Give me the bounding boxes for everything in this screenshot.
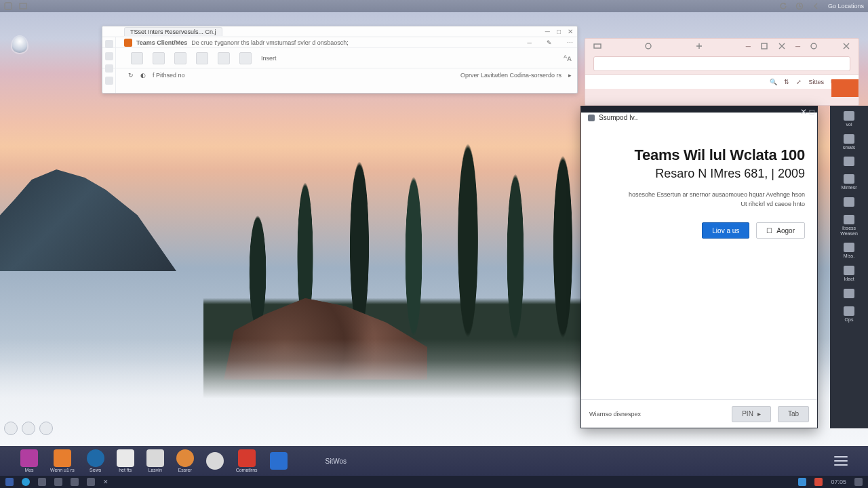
rside-label: Ibsess Weasen	[834, 226, 864, 236]
rside-item[interactable]: Mimesr	[834, 174, 864, 190]
editor-statusbar: ↻ ◐ f Pithsed no Oprver Lavitwtlen Codin…	[102, 68, 577, 82]
dialog-next-button[interactable]: Tab	[778, 406, 809, 422]
sys-clock: 07:05	[831, 479, 846, 485]
rail-icon[interactable]	[105, 64, 113, 73]
crumb-title: Teams Client/Mes	[136, 39, 187, 46]
pink-tool-icon[interactable]: 🔍	[770, 79, 777, 85]
rside-item[interactable]: smats	[834, 134, 864, 150]
close-icon[interactable]: ✕	[568, 28, 573, 35]
sys-icon[interactable]	[87, 478, 95, 486]
pink-tool-icon[interactable]: ⤢	[796, 79, 802, 85]
pink-min-icon[interactable]: ─	[795, 43, 800, 50]
rail-icon[interactable]	[105, 77, 113, 85]
tray-circle[interactable]	[39, 422, 53, 435]
toolbar-right-icon[interactable]: ᴬᴀ	[564, 54, 572, 63]
pink-icon[interactable]	[810, 42, 818, 50]
tool-button[interactable]	[218, 52, 230, 64]
rside-item[interactable]: Miss.	[834, 243, 864, 259]
crumb-edit-icon[interactable]: ✎	[547, 39, 552, 46]
crumb-min-icon[interactable]: ─	[528, 39, 532, 46]
sys-tray-icon[interactable]	[854, 478, 863, 486]
dock-app[interactable]: Lasvin	[146, 449, 164, 472]
sys-tray-icon[interactable]	[814, 478, 823, 486]
pink-icon[interactable]	[778, 42, 786, 50]
rside-icon	[844, 266, 854, 275]
sys-icon[interactable]	[71, 478, 79, 486]
tray-circle[interactable]	[22, 422, 35, 435]
rside-item[interactable]	[834, 289, 864, 300]
svg-rect-1	[20, 3, 26, 9]
dialog-close-icon[interactable]: ✕ □	[800, 107, 814, 117]
dock-app[interactable]: Mos	[20, 449, 38, 472]
dialog-prev-button[interactable]: PIN ▸	[732, 406, 771, 422]
play-icon[interactable]: ▸	[568, 72, 572, 79]
dialog-title-icon	[588, 115, 595, 121]
rside-item[interactable]: Ibsess Weasen	[834, 215, 864, 236]
rside-icon	[844, 243, 854, 252]
pink-tool-icon[interactable]: ⇅	[784, 79, 789, 85]
system-top-bar: Go Locations	[0, 0, 868, 12]
dialog-primary-button[interactable]: Liov a us	[702, 222, 749, 239]
rside-item[interactable]: vol	[834, 111, 864, 127]
pink-min-icon[interactable]: ─	[746, 43, 751, 50]
app-menu-icon[interactable]	[4, 2, 12, 10]
rside-item[interactable]	[834, 197, 864, 208]
pink-icon[interactable]	[695, 42, 703, 50]
sys-close-icon[interactable]: ✕	[103, 479, 108, 485]
tool-button[interactable]	[153, 52, 165, 64]
tool-button[interactable]	[174, 52, 186, 64]
rside-item[interactable]	[834, 157, 864, 167]
app-icon	[146, 449, 164, 467]
tool-button[interactable]	[131, 52, 143, 64]
dock-app[interactable]: Sews	[87, 449, 104, 472]
tray-circle[interactable]	[4, 422, 18, 435]
chevron-left-icon[interactable]	[812, 2, 820, 10]
crumb-more-icon[interactable]: ⋯	[567, 39, 573, 46]
dock-app[interactable]	[270, 452, 288, 470]
pink-icon[interactable]	[760, 42, 768, 50]
clock-icon[interactable]	[795, 2, 804, 10]
pink-search-input[interactable]	[593, 56, 850, 71]
app-icon	[117, 449, 134, 467]
welcome-dialog: ✕ □ Ssumpod Iv.. Teams Wil lul Wclata 10…	[580, 106, 818, 428]
sys-icon[interactable]	[5, 478, 14, 486]
svg-point-4	[646, 43, 651, 49]
dock-app[interactable]: Essrer	[176, 449, 194, 472]
tool-button[interactable]	[196, 52, 208, 64]
top-right-label[interactable]: Go Locations	[828, 3, 864, 9]
dock-app[interactable]: Comatirns	[236, 449, 258, 472]
pink-icon[interactable]	[593, 42, 601, 50]
sys-icon[interactable]	[54, 478, 62, 486]
maximize-icon[interactable]: □	[557, 28, 561, 35]
status-icon[interactable]: ◐	[140, 72, 146, 79]
rside-item[interactable]: Ops	[834, 306, 864, 323]
editor-titlebar: TSset Inters Reservesuls... Cn.j ─ □ ✕	[102, 26, 577, 37]
status-icon[interactable]: ↻	[128, 72, 134, 79]
dock-app[interactable]: het fts	[117, 449, 134, 472]
editor-tab[interactable]: TSset Inters Reservesuls... Cn.j	[124, 27, 222, 36]
sys-icon[interactable]	[22, 478, 30, 486]
tool-button[interactable]	[239, 52, 252, 64]
sys-icon[interactable]	[38, 478, 46, 486]
pink-accent-block	[831, 79, 859, 97]
app-label: Sews	[90, 468, 101, 472]
sys-tray-icon[interactable]	[798, 478, 806, 486]
dialog-footer-link[interactable]: Wiarnso disnespex	[589, 411, 641, 418]
dialog-secondary-button[interactable]: ☐ Aogor	[756, 222, 805, 239]
rside-item[interactable]: Idact	[834, 266, 864, 282]
dock-menu-icon[interactable]	[834, 456, 848, 466]
dock-app[interactable]	[206, 452, 224, 470]
refresh-icon[interactable]	[779, 2, 787, 10]
minimize-icon[interactable]: ─	[545, 28, 550, 35]
pink-icon[interactable]	[644, 42, 652, 50]
app-icon	[206, 452, 224, 470]
rail-icon[interactable]	[105, 52, 113, 60]
rside-icon	[844, 111, 854, 121]
rail-icon[interactable]	[105, 40, 113, 48]
window-icon[interactable]	[19, 2, 27, 10]
pink-close-icon[interactable]	[842, 42, 850, 50]
desktop-shield-badge[interactable]	[12, 37, 27, 53]
dock-app[interactable]: Wenn u1 rs	[50, 449, 75, 472]
rside-label: Miss.	[844, 253, 854, 259]
desktop-tray	[4, 422, 53, 435]
